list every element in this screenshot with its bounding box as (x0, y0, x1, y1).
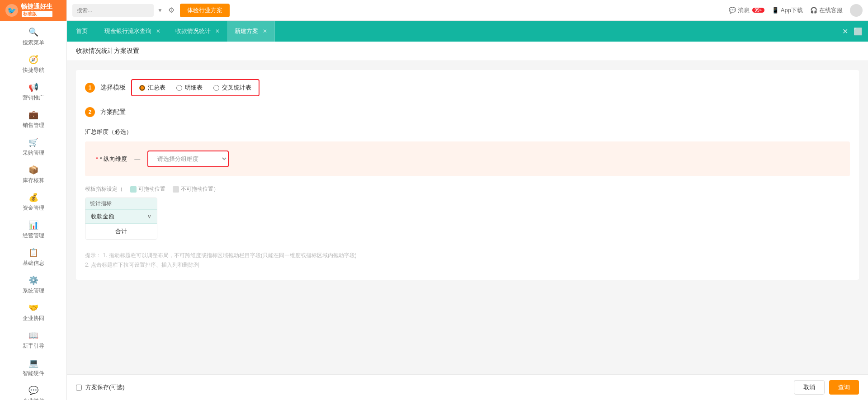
sidebar-item-enterprise[interactable]: 🤝 企业协同 (0, 298, 66, 326)
sidebar-item-quicknav[interactable]: 🧭 快捷导航 (0, 50, 66, 78)
purchase-icon: 🛒 (28, 137, 38, 147)
sidebar-item-hardware[interactable]: 💻 智能硬件 (0, 353, 66, 381)
header-right: 💬 消息 99+ 📱 App下载 🎧 在线客服 (729, 4, 863, 17)
dimension-section-title: 汇总维度（必选） (85, 128, 850, 136)
template-huizong-label: 汇总表 (148, 84, 165, 92)
sidebar-item-label: 营销推广 (23, 94, 44, 102)
main-card: 1 选择模板 汇总表 明细表 交叉统计表 (76, 70, 859, 280)
sidebar-item-label: 搜索菜单 (23, 39, 44, 47)
tab-minimize-icon[interactable]: ✕ (842, 27, 848, 36)
sidebar-logo: 🐦 畅捷通好生 标准版 (0, 0, 66, 21)
tip1: 提示： 1. 拖动标题栏可以调整布局，不可跨维度或指标区域拖动栏目字段(只能在同… (85, 252, 850, 259)
metrics-group-label: 统计指标 (90, 200, 112, 207)
app-download-item[interactable]: 📱 App下载 (772, 6, 803, 14)
tab-home-label: 首页 (76, 27, 88, 35)
legend-fixed-item: 不可拖动位置） (173, 185, 219, 193)
sidebar-nav: 🔍 搜索菜单 🧭 快捷导航 📢 营销推广 💼 销售管理 🛒 采购管理 📦 库存核… (0, 21, 66, 400)
cancel-button[interactable]: 取消 (794, 380, 825, 395)
tab-receipts-stat[interactable]: 收款情况统计 ✕ (168, 21, 227, 42)
sidebar-item-label: 系统管理 (23, 287, 44, 295)
industry-solution-button[interactable]: 体验行业方案 (180, 4, 230, 17)
tab-receipts-stat-close[interactable]: ✕ (215, 28, 220, 34)
dimension-arrow: — (134, 155, 140, 162)
sidebar-item-label: 快捷导航 (23, 66, 44, 74)
sidebar-item-inventory[interactable]: 📦 库存核算 (0, 160, 66, 188)
logo-icon: 🐦 (5, 4, 18, 17)
sidebar-item-search[interactable]: 🔍 搜索菜单 (0, 23, 66, 50)
metrics-column-header[interactable]: 收款金额 ∨ (85, 210, 157, 224)
tab-bank-flow[interactable]: 现金银行流水查询 ✕ (97, 21, 168, 42)
legend-fixed-label: 不可拖动位置） (181, 185, 219, 193)
legend-draggable-dot (130, 186, 137, 193)
sidebar-item-wechat[interactable]: 💬 企业微信 (0, 381, 66, 400)
sidebar-item-label: 采购管理 (23, 149, 44, 157)
support-icon: 🎧 (810, 7, 817, 14)
sidebar-item-guide[interactable]: 📖 新手引导 (0, 326, 66, 353)
tab-new-plan[interactable]: 新建方案 ✕ (227, 21, 275, 42)
logo-text: 畅捷通好生 (21, 3, 52, 10)
sidebar-item-finance[interactable]: 💰 资金管理 (0, 188, 66, 216)
breadcrumb: 收款情况统计方案设置 (76, 47, 139, 54)
system-icon: ⚙️ (28, 275, 38, 285)
save-plan-checkbox[interactable] (76, 385, 82, 391)
template-huizong[interactable]: 汇总表 (139, 84, 165, 92)
chevron-down-icon[interactable]: ▼ (157, 7, 163, 14)
user-avatar[interactable] (850, 4, 863, 17)
sidebar-item-sales[interactable]: 💼 销售管理 (0, 105, 66, 133)
sidebar-item-management[interactable]: 📊 经营管理 (0, 216, 66, 243)
wechat-icon: 💬 (28, 386, 38, 395)
page-header: 收款情况统计方案设置 (67, 42, 868, 61)
sidebar-item-label: 基础信息 (23, 259, 44, 267)
compass-icon: 🧭 (28, 55, 38, 65)
template-jiaocha[interactable]: 交叉统计表 (213, 84, 251, 92)
template-jiaocha-label: 交叉统计表 (222, 84, 251, 92)
inventory-icon: 📦 (28, 165, 38, 175)
search-input[interactable] (72, 4, 154, 17)
step2-label: 方案配置 (100, 108, 126, 116)
tab-bank-flow-close[interactable]: ✕ (156, 28, 160, 34)
enterprise-icon: 🤝 (28, 303, 38, 313)
gear-icon[interactable]: ⚙ (168, 6, 175, 14)
query-button[interactable]: 查询 (829, 380, 859, 395)
hardware-icon: 💻 (28, 358, 38, 368)
sidebar-item-purchase[interactable]: 🛒 采购管理 (0, 133, 66, 160)
tab-new-plan-close[interactable]: ✕ (263, 28, 267, 34)
sidebar-item-marketing[interactable]: 📢 营销推广 (0, 78, 66, 105)
tab-bar: 首页 现金银行流水查询 ✕ 收款情况统计 ✕ 新建方案 ✕ ✕ ⬜ (67, 21, 868, 42)
download-label: App下载 (781, 6, 803, 14)
tab-home[interactable]: 首页 (67, 21, 97, 42)
dimension-select[interactable]: 请选择分组维度 (147, 151, 229, 167)
management-icon: 📊 (28, 220, 38, 230)
notification-item[interactable]: 💬 消息 99+ (729, 6, 764, 14)
metrics-settings-label: 模板指标设定（ (85, 185, 123, 193)
save-plan-label: 方案保存(可选) (85, 383, 125, 391)
sidebar-item-label: 经营管理 (23, 232, 44, 240)
sidebar: 🐦 畅捷通好生 标准版 🔍 搜索菜单 🧭 快捷导航 📢 营销推广 💼 销售管理 … (0, 0, 67, 400)
legend-draggable-item: 可拖动位置 (130, 185, 165, 193)
notification-label: 消息 (738, 6, 750, 14)
footer-actions: 取消 查询 (794, 380, 859, 395)
sidebar-item-label: 智能硬件 (23, 370, 44, 377)
template-mingxi[interactable]: 明细表 (176, 84, 203, 92)
metrics-column-chevron[interactable]: ∨ (147, 213, 151, 220)
search-icon: 🔍 (28, 27, 38, 37)
step2-circle: 2 (85, 107, 95, 117)
main-area: ▼ ⚙ 体验行业方案 💬 消息 99+ 📱 App下载 🎧 在线客服 首页 (67, 0, 868, 400)
notification-badge: 99+ (752, 8, 764, 13)
template-huizong-radio[interactable] (139, 85, 145, 91)
metrics-column-label: 收款金额 (91, 212, 114, 221)
sidebar-item-system[interactable]: ⚙️ 系统管理 (0, 271, 66, 298)
sidebar-item-basic-info[interactable]: 📋 基础信息 (0, 243, 66, 271)
template-options: 汇总表 明细表 交叉统计表 (131, 79, 259, 96)
tab-maximize-icon[interactable]: ⬜ (854, 27, 863, 36)
metrics-table-cell: 合计 (85, 224, 157, 239)
vertical-dimension-text: * 纵向维度 (100, 155, 127, 162)
template-jiaocha-radio[interactable] (213, 85, 219, 91)
metrics-table: 统计指标 收款金额 ∨ 合计 (85, 198, 157, 240)
template-mingxi-radio[interactable] (176, 85, 182, 91)
sidebar-item-label: 新手引导 (23, 342, 44, 350)
support-item[interactable]: 🎧 在线客服 (810, 6, 843, 14)
sales-icon: 💼 (28, 110, 38, 120)
sidebar-item-label: 企业微信 (23, 397, 44, 400)
dimension-row: * * 纵向维度 — 请选择分组维度 (96, 151, 839, 167)
